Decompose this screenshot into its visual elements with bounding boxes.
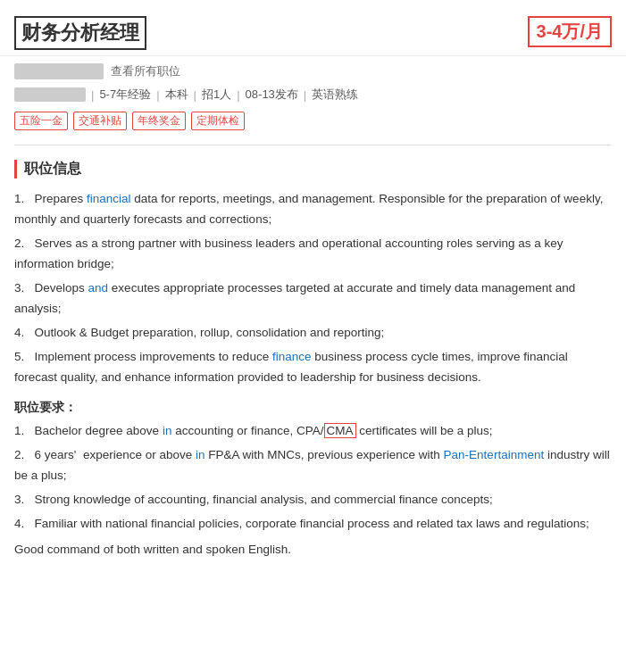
section-title: 职位信息 — [14, 160, 612, 178]
company-name-placeholder — [14, 87, 86, 102]
req-index-2: 2. — [14, 448, 31, 461]
req-index-4: 4. — [14, 517, 31, 530]
experience: 5-7年经验 — [99, 87, 151, 103]
req-item-3: 3. Strong knowledge of accounting, finan… — [14, 490, 612, 510]
cma-boxed: CMA — [324, 423, 356, 438]
index-5: 5. — [14, 350, 31, 363]
index-2: 2. — [14, 236, 31, 250]
company-row: 查看所有职位 — [0, 56, 626, 83]
req-item-4: 4. Familiar with national financial poli… — [14, 514, 612, 535]
job-item-4: 4. Outlook & Budget preparation, rollup,… — [14, 323, 612, 344]
req-list: 1. Bachelor degree above in accounting o… — [14, 421, 612, 535]
index-4: 4. — [14, 326, 31, 339]
tag-insurance: 五险一金 — [14, 112, 68, 130]
company-logo — [14, 63, 104, 79]
language: 英语熟练 — [312, 87, 358, 103]
job-item-5: 5. Implement process improvements to red… — [14, 347, 612, 388]
tag-transport: 交通补贴 — [73, 112, 127, 130]
index-1: 1. — [14, 192, 31, 205]
salary: 3-4万/月 — [528, 16, 612, 47]
req-item-1: 1. Bachelor degree above in accounting o… — [14, 421, 612, 442]
req-index-1: 1. — [14, 424, 31, 437]
publish-date: 08-13发布 — [246, 87, 298, 103]
job-title: 财务分析经理 — [14, 16, 146, 50]
index-3: 3. — [14, 281, 31, 295]
headcount: 招1人 — [202, 87, 231, 103]
tags-row: 五险一金 交通补贴 年终奖金 定期体检 — [0, 106, 626, 139]
req-label: 职位要求： — [14, 400, 612, 416]
job-item-3: 3. Develops and executes appropriate pro… — [14, 278, 612, 319]
meta-row: | 5-7年经验 | 本科 | 招1人 | 08-13发布 | 英语熟练 — [0, 83, 626, 106]
tag-health: 定期体检 — [191, 112, 245, 130]
job-info-section: 职位信息 1. Prepares financial data for repo… — [0, 151, 626, 569]
education: 本科 — [165, 87, 188, 103]
job-description: 1. Prepares financial data for reports, … — [14, 189, 612, 387]
tag-bonus: 年终奖金 — [132, 112, 186, 130]
job-item-2: 2. Serves as a strong partner with busin… — [14, 234, 612, 275]
job-item-1: 1. Prepares financial data for reports, … — [14, 189, 612, 230]
view-all-link[interactable]: 查看所有职位 — [111, 63, 180, 79]
footer-text: Good command of both written and spoken … — [14, 540, 612, 560]
req-index-3: 3. — [14, 493, 31, 506]
req-item-2: 2. 6 years' experience or above in FP&A … — [14, 445, 612, 486]
header: 财务分析经理 3-4万/月 — [0, 9, 626, 56]
divider — [14, 145, 612, 145]
